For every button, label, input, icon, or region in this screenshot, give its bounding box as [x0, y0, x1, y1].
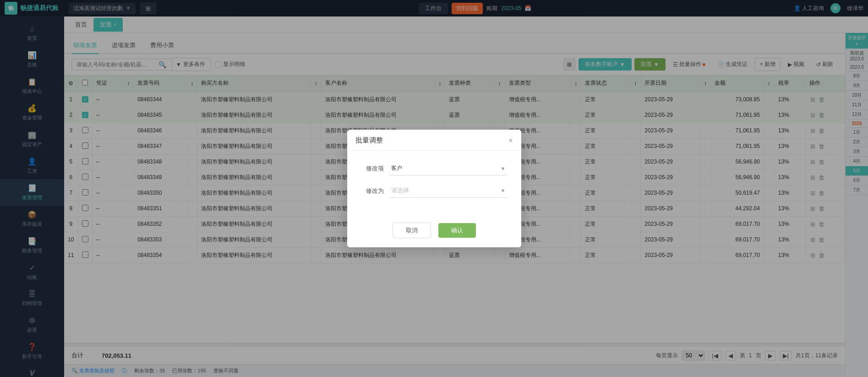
batch-adjust-dialog: 批量调整 × 修改项 客户 ▼ 修改为 请选择 ▼ 取消 确认 [347, 130, 521, 247]
change-select[interactable]: 请选择 ▼ [389, 184, 508, 198]
confirm-button[interactable]: 确认 [438, 223, 476, 238]
dialog-header: 批量调整 × [347, 130, 521, 151]
change-placeholder: 请选择 [391, 186, 409, 195]
field-value: 客户 [391, 164, 402, 172]
dialog-body: 修改项 客户 ▼ 修改为 请选择 ▼ [347, 151, 521, 217]
field-label: 修改项 [361, 164, 384, 173]
dialog-overlay[interactable]: 批量调整 × 修改项 客户 ▼ 修改为 请选择 ▼ 取消 确认 [0, 0, 868, 377]
cancel-button[interactable]: 取消 [393, 223, 431, 238]
field-select-arrow: ▼ [501, 166, 506, 171]
change-row: 修改为 请选择 ▼ [361, 184, 508, 198]
field-row: 修改项 客户 ▼ [361, 162, 508, 175]
field-select[interactable]: 客户 ▼ [389, 162, 508, 175]
change-select-arrow: ▼ [501, 188, 506, 193]
dialog-title: 批量调整 [355, 136, 383, 145]
dialog-close-button[interactable]: × [508, 137, 513, 145]
dialog-footer: 取消 确认 [347, 217, 521, 247]
change-label: 修改为 [361, 187, 384, 195]
